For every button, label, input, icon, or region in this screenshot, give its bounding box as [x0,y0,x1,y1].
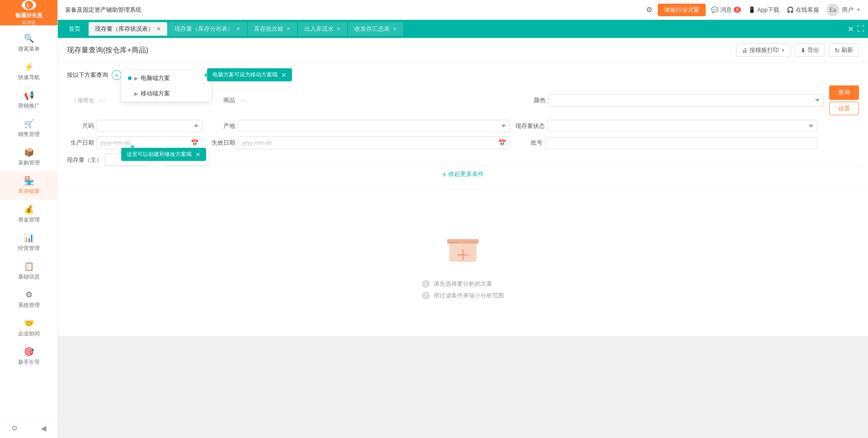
pc-scheme-tooltip: 电脑方案可设为移动方案哦 ✕ [207,68,292,81]
sidebar: 6 畅通好生意 标准版 🔍 搜索菜单 ⚡ 快速导航 📢 营销推广 🛒 销售管理 … [0,0,58,438]
header-actions: 💬 消息 6 📱 App下载 🎧 在线客服 Ea 用户 ▼ [711,4,861,16]
tab-fullscreen-btn[interactable]: ⛶ [857,25,864,33]
sidebar-item-sales[interactable]: 🛒 销售管理 [0,114,57,143]
finance-icon: 💰 [24,204,34,214]
sidebar-item-basic-info[interactable]: 📋 基础信息 [0,257,57,285]
message-icon: 💬 [711,6,718,13]
prod-date-calendar-icon: 📅 [191,139,198,146]
export-label: 导出 [807,46,819,54]
empty-icon [440,226,486,271]
avatar: Ea [826,4,839,16]
step-2-num: 2 [422,292,430,300]
page-header: 现存量查询(按仓库+商品) 🖨 按模板打印 ▼ ⬇ 导出 ↻ 刷新 [58,38,868,63]
tab-home-label: 首页 [69,25,80,32]
purchase-icon: 📦 [24,147,34,157]
mobile-scheme-item[interactable]: ▶ 移动端方案 [122,86,211,101]
avatar-label: Ea [830,7,836,13]
message-badge: 6 [734,7,741,13]
system-title: 装备及固定资产辅助管理系统 [65,6,641,14]
settings-icon-btn[interactable]: ⚙ [646,5,652,14]
refresh-btn[interactable]: ↻ 刷新 [829,43,859,57]
pc-tooltip-close[interactable]: ✕ [281,71,287,79]
edit-scheme-tooltip: 这里可以创建和修改方案哦 ✕ [121,148,206,161]
footer-collapse-btn[interactable]: ◀ [41,424,46,433]
color-select[interactable] [548,94,824,107]
expire-date-start[interactable]: yyyy-mm-dd 📅 [238,137,510,149]
prod-date-placeholder: yyyy-mm-dd [101,140,130,146]
goods-label: 商品 [208,96,235,104]
user-menu-btn[interactable]: Ea 用户 ▼ [826,4,861,16]
size-select[interactable] [97,120,203,132]
search-menu-icon: 🔍 [24,33,34,43]
sidebar-item-system[interactable]: ⚙ 系统管理 [0,285,57,314]
tab-batch-account-close[interactable]: ✕ [286,26,291,32]
sidebar-item-operations[interactable]: 📊 经营管理 [0,228,57,257]
app-download-label: App下载 [757,6,779,14]
export-btn[interactable]: ⬇ 导出 [795,43,825,57]
pc-scheme-item[interactable]: ▶ 电脑端方案 [122,71,211,86]
prod-date-start[interactable]: yyyy-mm-dd 📅 [97,137,203,149]
expire-date-field: 失效日期 yyyy-mm-dd 📅 [208,137,510,149]
enterprise-icon: 🤝 [24,318,34,328]
sidebar-item-purchase[interactable]: 📦 采购管理 [0,143,57,171]
origin-field: 产地 [208,120,510,132]
batch-input[interactable] [545,137,817,149]
batch-label: 批号 [515,139,542,147]
industry-btn[interactable]: 体验行业方案 [658,4,706,16]
tab-receive-summary[interactable]: 收发存汇总表 ✕ [348,22,403,36]
tab-inventory-dist[interactable]: 现存量（库存分布表） ✕ [168,22,247,36]
filter-header: 按以下方案查询 + ⟳ « ▶ 电脑端方案 ▶ 移动端方 [67,70,859,80]
tab-inventory-status-close[interactable]: ✕ [156,26,161,32]
sidebar-item-label: 营销推广 [18,102,40,110]
sidebar-item-quick-nav[interactable]: ⚡ 快速导航 [0,57,57,86]
tab-batch-account-label: 库存批次账 [254,25,283,33]
sidebar-item-enterprise[interactable]: 🤝 企业协同 [0,314,57,342]
set-btn[interactable]: 设置 [829,102,859,115]
tab-close-all-btn[interactable]: ✕ [848,25,854,33]
sidebar-item-label: 新手引导 [18,358,40,366]
tab-in-out-flow[interactable]: 出入库流水 ✕ [298,22,347,36]
refresh-icon: ↻ [835,47,840,54]
stock-status-label: 现存量状态 [515,122,545,130]
sidebar-item-marketing[interactable]: 📢 营销推广 [0,86,57,114]
tab-in-out-flow-close[interactable]: ✕ [336,26,341,32]
stock-main-label: 现存量（主） [67,156,102,164]
origin-select[interactable] [238,120,510,132]
export-icon: ⬇ [801,47,806,54]
footer-settings-btn[interactable]: ⚙ [11,424,18,433]
tab-inventory-dist-label: 现存量（库存分布表） [175,25,233,33]
sidebar-item-guide[interactable]: 🎯 新手引导 [0,342,57,371]
tab-inventory-status[interactable]: 现存量（库存状况表） ✕ [89,22,167,36]
goods-more[interactable]: ··· [238,96,248,105]
sidebar-item-search-menu[interactable]: 🔍 搜索菜单 [0,29,57,57]
warehouse-more[interactable]: ··· [97,96,107,105]
search-btn[interactable]: 查询 [829,85,859,100]
tab-batch-account[interactable]: 库存批次账 ✕ [248,22,297,36]
step-1-num: 1 [422,280,430,288]
print-label: 按模板打印 [750,46,779,54]
basic-info-icon: 📋 [24,261,34,271]
filter-label: 按以下方案查询 [67,71,108,79]
print-btn[interactable]: 🖨 按模板打印 ▼ [736,43,791,57]
tab-inventory-dist-close[interactable]: ✕ [236,26,241,32]
message-btn[interactable]: 💬 消息 6 [711,6,741,14]
goods-field: 商品 ··· [208,96,513,105]
edit-tooltip-close[interactable]: ✕ [195,151,201,158]
mobile-scheme-label: 移动端方案 [141,89,170,98]
sidebar-item-inventory[interactable]: 🏪 库存核算 [0,171,57,200]
tab-receive-summary-close[interactable]: ✕ [392,26,397,32]
sidebar-item-finance[interactable]: 💰 资金管理 [0,200,57,228]
app-logo-title: 畅通好生意 [15,12,42,19]
sidebar-item-label: 库存核算 [18,188,40,195]
tab-home[interactable]: 首页 [61,22,88,36]
step-1-label: 请先选择要分析的方案 [434,280,492,288]
app-download-btn[interactable]: 📱 App下载 [748,6,779,14]
warehouse-label: ↕ 按照仓 [67,97,94,104]
empty-step-2: 2 用过滤条件来缩小分析范围 [422,292,504,300]
add-scheme-btn[interactable]: + [112,70,122,80]
filter-row-3: 生产日期 yyyy-mm-dd 📅 失效日期 yyyy-mm-dd 📅 [67,137,859,149]
stock-status-select[interactable] [547,120,817,132]
sidebar-item-label: 资金管理 [18,216,40,224]
collapse-bar[interactable]: ∧ 收起更多条件 [67,166,859,182]
online-support-btn[interactable]: 🎧 在线客服 [787,6,819,14]
